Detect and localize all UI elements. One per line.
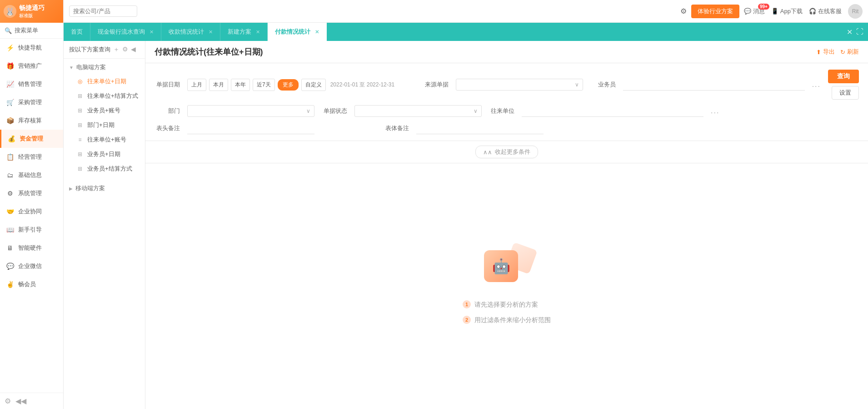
topbar-breadcrumb bbox=[69, 5, 676, 17]
topbar-settings-icon[interactable]: ⚙ bbox=[680, 7, 687, 15]
scheme-item-salesman-account[interactable]: ⊞ 业务员+账号 bbox=[64, 103, 145, 118]
messages-item[interactable]: 💬 消息 99+ bbox=[744, 7, 765, 15]
collapse-chevron-icon: ∧∧ bbox=[483, 149, 492, 156]
sidebar-item-enterprise[interactable]: 🤝 企业协同 bbox=[0, 202, 63, 221]
unit-dots[interactable]: ... bbox=[711, 107, 719, 115]
date-btn-more[interactable]: 更多 bbox=[278, 79, 299, 91]
online-service-item[interactable]: 🎧 在线客服 bbox=[809, 7, 842, 15]
tab-cash-flow[interactable]: 现金银行流水查询 ✕ bbox=[90, 23, 161, 41]
date-btn-7days[interactable]: 近7天 bbox=[253, 79, 275, 91]
pc-scheme-group-title[interactable]: ▼ 电脑端方案 bbox=[64, 61, 145, 74]
pc-scheme-group: ▼ 电脑端方案 ◎ 往来单位+日期 ⊞ 往来单位+结算方式 ⊞ 业务员+账号 ⊞ bbox=[64, 59, 145, 178]
page-header: 付款情况统计(往来单位+日期) ⬆ 导出 ↻ 刷新 bbox=[145, 41, 868, 63]
mobile-scheme-group-title[interactable]: ▶ 移动端方案 bbox=[64, 182, 145, 195]
sidebar-item-system[interactable]: ⚙ 系统管理 bbox=[0, 184, 63, 202]
date-btn-last-month[interactable]: 上月 bbox=[187, 79, 206, 91]
tab-new-scheme-close[interactable]: ✕ bbox=[256, 29, 260, 35]
close-all-tabs-btn[interactable]: ✕ bbox=[847, 28, 853, 36]
manage-scheme-btn[interactable]: ⚙ bbox=[122, 45, 128, 54]
quick-nav-icon: ⚡ bbox=[5, 43, 15, 52]
date-btn-this-year[interactable]: 本年 bbox=[231, 79, 250, 91]
sidebar-item-sales[interactable]: 📈 销售管理 bbox=[0, 75, 63, 93]
doc-status-chevron-icon: ∨ bbox=[474, 108, 478, 114]
scheme-unit-date-icon: ◎ bbox=[76, 78, 84, 85]
scheme-item-salesman-date[interactable]: ⊞ 业务员+日期 bbox=[64, 147, 145, 162]
app-download-item[interactable]: 📱 App下载 bbox=[771, 7, 803, 15]
scheme-item-unit-date[interactable]: ◎ 往来单位+日期 bbox=[64, 74, 145, 89]
scheme-unit-account-icon: ≡ bbox=[76, 136, 84, 143]
sidebar-item-finance[interactable]: 💰 资金管理 bbox=[0, 130, 63, 148]
collapse-conditions-button[interactable]: ∧∧ 收起更多条件 bbox=[475, 146, 538, 158]
hardware-icon: 🖥 bbox=[5, 243, 15, 252]
tab-payment-stats[interactable]: 付款情况统计 ✕ bbox=[268, 23, 327, 41]
sidebar-nav: ⚡ 快捷导航 🎁 营销推广 📈 销售管理 🛒 采购管理 📦 库存核算 💰 资金管… bbox=[0, 39, 63, 393]
system-icon: ⚙ bbox=[5, 189, 15, 198]
tab-cash-flow-close[interactable]: ✕ bbox=[150, 29, 154, 35]
salesman-dots[interactable]: ... bbox=[812, 81, 821, 89]
tab-receivable-close[interactable]: ✕ bbox=[209, 29, 213, 35]
unit-input[interactable] bbox=[522, 105, 703, 117]
query-button[interactable]: 查询 bbox=[828, 70, 859, 83]
scheme-salesman-settle-icon: ⊞ bbox=[76, 165, 84, 172]
scheme-item-label: 业务员+结算方式 bbox=[87, 165, 132, 173]
scheme-item-salesman-settle[interactable]: ⊞ 业务员+结算方式 bbox=[64, 162, 145, 176]
scheme-item-unit-account[interactable]: ≡ 往来单位+账号 bbox=[64, 132, 145, 147]
unit-filter-label: 往来单位 bbox=[489, 107, 514, 115]
header-note-input[interactable] bbox=[187, 122, 314, 134]
sidebar-item-basic-info[interactable]: 🗂 基础信息 bbox=[0, 166, 63, 184]
inventory-icon: 📦 bbox=[5, 116, 15, 125]
scheme-item-dept-date[interactable]: ⊞ 部门+日期 bbox=[64, 118, 145, 132]
industry-scheme-button[interactable]: 体验行业方案 bbox=[691, 5, 739, 18]
sidebar-item-label: 销售管理 bbox=[18, 80, 42, 88]
refresh-button[interactable]: ↻ 刷新 bbox=[840, 48, 859, 56]
tab-receivable[interactable]: 收款情况统计 ✕ bbox=[161, 23, 220, 41]
export-button[interactable]: ⬆ 导出 bbox=[816, 48, 835, 56]
topbar-icons: 💬 消息 99+ 📱 App下载 🎧 在线客服 Rit bbox=[744, 4, 863, 19]
filter-row-2: 部门 ∨ 单据状态 ∨ 往来单位 ... bbox=[155, 105, 859, 117]
footer-settings-btn[interactable]: ⚙ bbox=[5, 397, 11, 405]
sidebar-item-operations[interactable]: 📋 经营管理 bbox=[0, 148, 63, 166]
scheme-salesman-date-icon: ⊞ bbox=[76, 151, 84, 158]
sidebar-item-wechat[interactable]: 💬 企业微信 bbox=[0, 257, 63, 275]
body-note-input[interactable] bbox=[416, 122, 544, 134]
date-btn-custom[interactable]: 自定义 bbox=[301, 79, 326, 91]
source-select[interactable]: ∨ bbox=[456, 79, 583, 91]
purchase-icon: 🛒 bbox=[5, 98, 15, 107]
scheme-panel-icons: ＋ ⚙ ◀ bbox=[113, 45, 136, 54]
scheme-item-label: 部门+日期 bbox=[87, 121, 115, 129]
doc-status-select[interactable]: ∨ bbox=[354, 105, 482, 117]
collapse-scheme-panel-btn[interactable]: ◀ bbox=[131, 45, 136, 54]
filter-settings-button[interactable]: 设置 bbox=[832, 86, 859, 100]
tab-new-scheme[interactable]: 新建方案 ✕ bbox=[220, 23, 268, 41]
search-company-input[interactable] bbox=[69, 5, 137, 17]
mobile-icon: 📱 bbox=[771, 8, 778, 15]
sidebar-item-quick-nav[interactable]: ⚡ 快捷导航 bbox=[0, 39, 63, 57]
footer-collapse-btn[interactable]: ◀◀ bbox=[15, 397, 26, 405]
topbar: ⚙ 体验行业方案 💬 消息 99+ 📱 App下载 🎧 在线客服 Rit bbox=[64, 0, 868, 23]
fullscreen-btn[interactable]: ⛶ bbox=[856, 28, 863, 36]
tab-home[interactable]: 首页 bbox=[64, 23, 90, 41]
sidebar-item-guide[interactable]: 📖 新手引导 bbox=[0, 221, 63, 239]
marketing-icon: 🎁 bbox=[5, 61, 15, 71]
scheme-panel: 按以下方案查询 ＋ ⚙ ◀ ▼ 电脑端方案 ◎ 往来单位+日期 ⊞ bbox=[64, 41, 145, 409]
sidebar-footer: ⚙ ◀◀ bbox=[0, 393, 63, 409]
scheme-item-label: 往来单位+结算方式 bbox=[87, 92, 138, 100]
add-scheme-btn[interactable]: ＋ bbox=[113, 45, 120, 54]
sidebar-item-inventory[interactable]: 📦 库存核算 bbox=[0, 111, 63, 130]
sidebar-item-marketing[interactable]: 🎁 营销推广 bbox=[0, 57, 63, 75]
online-service-label: 在线客服 bbox=[818, 7, 842, 15]
salesman-input[interactable] bbox=[623, 79, 805, 91]
date-btn-this-month[interactable]: 本月 bbox=[209, 79, 228, 91]
sidebar-item-member[interactable]: ✌ 畅会员 bbox=[0, 275, 63, 293]
dept-chevron-icon: ∨ bbox=[306, 108, 310, 114]
tab-cash-flow-label: 现金银行流水查询 bbox=[98, 28, 145, 36]
member-icon: ✌ bbox=[5, 280, 15, 289]
tab-payment-stats-close[interactable]: ✕ bbox=[315, 29, 319, 35]
dept-select[interactable]: ∨ bbox=[187, 105, 314, 117]
sidebar-item-hardware[interactable]: 🖥 智能硬件 bbox=[0, 239, 63, 257]
user-avatar[interactable]: Rit bbox=[848, 4, 863, 19]
sidebar-item-purchase[interactable]: 🛒 采购管理 bbox=[0, 93, 63, 111]
refresh-label: 刷新 bbox=[847, 48, 859, 56]
scheme-item-unit-settle[interactable]: ⊞ 往来单位+结算方式 bbox=[64, 89, 145, 103]
sidebar-search-item[interactable]: 🔍 搜索菜单 bbox=[0, 23, 63, 39]
